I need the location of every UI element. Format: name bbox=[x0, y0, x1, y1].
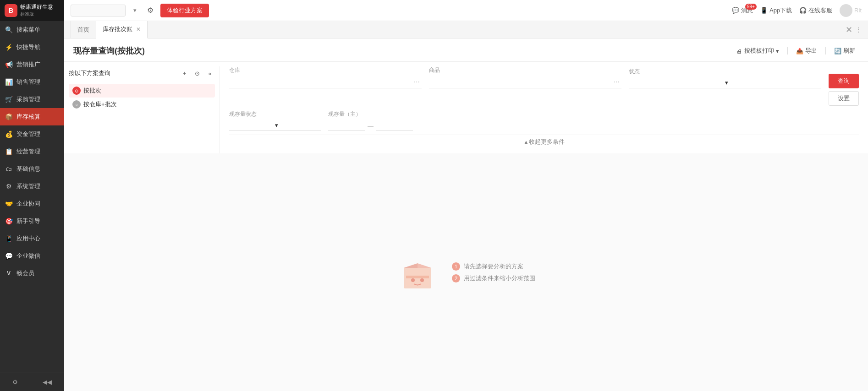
sidebar-item-operations[interactable]: 📋 经营管理 bbox=[0, 143, 64, 160]
sidebar-item-sales[interactable]: 📊 销售管理 bbox=[0, 73, 64, 91]
trial-btn[interactable]: 体验行业方案 bbox=[160, 4, 209, 17]
refresh-btn[interactable]: 🔄 刷新 bbox=[830, 45, 859, 57]
online-service-label: 在线客服 bbox=[808, 6, 832, 15]
sidebar-member-label: 畅会员 bbox=[16, 269, 34, 277]
tab-batch-account[interactable]: 库存批次账 ✕ bbox=[96, 21, 148, 38]
step-num-1: 1 bbox=[452, 262, 460, 271]
sidebar-item-wechat[interactable]: 💬 企业微信 bbox=[0, 247, 64, 265]
product-input-row[interactable]: ··· bbox=[429, 76, 621, 88]
right-filter: 仓库 ··· 商品 ··· bbox=[220, 66, 868, 153]
filter-group-warehouse: 仓库 ··· bbox=[229, 66, 422, 88]
sidebar-item-app-center[interactable]: 📱 应用中心 bbox=[0, 230, 64, 247]
sidebar-item-member[interactable]: V 畅会员 bbox=[0, 265, 64, 282]
left-panel-title: 按以下方案查询 bbox=[69, 69, 110, 77]
sidebar-search-label: 搜索菜单 bbox=[16, 26, 40, 34]
avatar bbox=[840, 4, 852, 17]
tabbar-expand-icon[interactable]: ⋮ bbox=[855, 26, 862, 33]
print-label: 按模板打印 bbox=[744, 47, 774, 55]
product-dots[interactable]: ··· bbox=[612, 78, 621, 86]
export-btn[interactable]: 📤 导出 bbox=[792, 45, 821, 57]
sidebar-item-inventory[interactable]: 📦 库存核算 bbox=[0, 108, 64, 125]
status-select[interactable]: ▾ bbox=[629, 77, 821, 88]
topbar-dropdown-btn[interactable]: ▾ bbox=[129, 5, 140, 16]
print-icon: 🖨 bbox=[736, 48, 742, 54]
messages-btn[interactable]: 💬 消息 99+ bbox=[732, 6, 753, 15]
sidebar-purchase-label: 采购管理 bbox=[16, 95, 40, 103]
topbar-gear-btn[interactable]: ⚙ bbox=[144, 4, 157, 17]
stock-main-max-input[interactable] bbox=[376, 120, 413, 131]
warehouse-input-row[interactable]: ··· bbox=[229, 76, 422, 88]
filter-row-2: 现存量状态 ▾ 现存量（主） — bbox=[229, 110, 859, 131]
tab-close-btn[interactable]: ✕ bbox=[136, 26, 141, 33]
empty-illustration bbox=[397, 252, 438, 293]
app-download-btn[interactable]: 📱 App下载 bbox=[760, 6, 792, 15]
svg-rect-4 bbox=[406, 276, 429, 278]
sidebar-enterprise-label: 企业协同 bbox=[16, 200, 40, 208]
print-dropdown-icon: ▾ bbox=[776, 48, 779, 54]
print-btn[interactable]: 🖨 按模板打印 ▾ bbox=[733, 45, 783, 57]
sidebar-item-search[interactable]: 🔍 搜索菜单 bbox=[0, 21, 64, 38]
operations-icon: 📋 bbox=[5, 147, 13, 156]
scheme-active-icon: ⊙ bbox=[75, 88, 78, 93]
online-service-btn[interactable]: 🎧 在线客服 bbox=[799, 6, 832, 15]
sales-icon: 📊 bbox=[5, 78, 13, 86]
sidebar-item-basics[interactable]: 🗂 基础信息 bbox=[0, 160, 64, 178]
refresh-label: 刷新 bbox=[843, 47, 855, 55]
newbie-icon: 🎯 bbox=[5, 217, 13, 225]
add-scheme-btn[interactable]: ＋ bbox=[179, 68, 189, 78]
refresh-icon: 🔄 bbox=[834, 48, 841, 54]
main-area: ▾ ⚙ 体验行业方案 💬 消息 99+ 📱 App下载 🎧 在线客服 bbox=[64, 0, 868, 391]
sidebar-item-enterprise[interactable]: 🤝 企业协同 bbox=[0, 195, 64, 212]
step-2-text: 用过滤条件来缩小分析范围 bbox=[464, 274, 535, 282]
sidebar-basics-label: 基础信息 bbox=[16, 165, 40, 173]
marketing-icon: 📢 bbox=[5, 60, 13, 69]
range-dash: — bbox=[368, 122, 374, 129]
settings-btn[interactable]: 设置 bbox=[829, 91, 859, 106]
stock-main-range: — bbox=[328, 120, 420, 131]
warehouse-dots[interactable]: ··· bbox=[412, 78, 422, 86]
sidebar-item-system[interactable]: ⚙ 系统管理 bbox=[0, 178, 64, 195]
sidebar-item-newbie[interactable]: 🎯 新手引导 bbox=[0, 212, 64, 230]
scheme-item-by-batch[interactable]: ⊙ 按批次 bbox=[69, 84, 215, 98]
app-center-icon: 📱 bbox=[5, 234, 13, 243]
topbar-search-input[interactable] bbox=[71, 5, 126, 16]
user-avatar-btn[interactable]: Rit bbox=[840, 4, 862, 17]
sidebar-settings-btn[interactable]: ⚙ bbox=[9, 377, 22, 387]
collapse-btn[interactable]: ▲ 收起更多条件 bbox=[229, 135, 859, 149]
status-arrow-icon: ▾ bbox=[725, 79, 821, 86]
collapse-arrow-icon: ▲ bbox=[523, 139, 529, 146]
inventory-icon: 📦 bbox=[5, 113, 13, 121]
scheme-dot-gray: ○ bbox=[72, 100, 81, 109]
tabbar-close-icon[interactable]: ✕ bbox=[846, 25, 852, 35]
svg-marker-1 bbox=[404, 263, 418, 268]
collapse-panel-btn[interactable]: « bbox=[205, 68, 215, 78]
stock-status-select[interactable]: ▾ bbox=[229, 120, 321, 131]
empty-step-2: 2 用过滤条件来缩小分析范围 bbox=[452, 274, 535, 282]
scheme-dot-red: ⊙ bbox=[72, 87, 81, 95]
sidebar-item-finance[interactable]: 💰 资金管理 bbox=[0, 125, 64, 143]
left-panel-actions: ＋ ⊙ « bbox=[179, 68, 215, 78]
enterprise-icon: 🤝 bbox=[5, 200, 13, 208]
divider-2 bbox=[825, 47, 826, 54]
sidebar-collapse-btn[interactable]: ◀◀ bbox=[39, 377, 55, 387]
tabbar: 首页 库存批次账 ✕ ✕ ⋮ bbox=[64, 21, 868, 38]
scheme-item-by-warehouse-batch[interactable]: ○ 按仓库+批次 bbox=[69, 98, 215, 111]
sidebar-quick-nav-label: 快捷导航 bbox=[16, 43, 40, 51]
tab-home[interactable]: 首页 bbox=[71, 21, 96, 38]
sidebar-inventory-label: 库存核算 bbox=[16, 113, 40, 121]
stock-status-arrow-icon: ▾ bbox=[275, 122, 321, 129]
sidebar-item-purchase[interactable]: 🛒 采购管理 bbox=[0, 91, 64, 108]
empty-state: 1 请先选择要分析的方案 2 用过滤条件来缩小分析范围 bbox=[64, 153, 868, 391]
product-input[interactable] bbox=[429, 79, 612, 86]
tab-batch-account-label: 库存批次账 bbox=[103, 25, 132, 33]
query-btn[interactable]: 查询 bbox=[829, 74, 859, 88]
scheme-settings-btn[interactable]: ⊙ bbox=[192, 68, 202, 78]
warehouse-input[interactable] bbox=[229, 79, 412, 86]
stock-main-min-input[interactable] bbox=[328, 120, 365, 131]
sidebar-item-marketing[interactable]: 📢 营销推广 bbox=[0, 56, 64, 73]
phone-icon: 📱 bbox=[760, 7, 768, 14]
sidebar-item-quick-nav[interactable]: ⚡ 快捷导航 bbox=[0, 38, 64, 56]
divider-1 bbox=[787, 47, 788, 54]
content-area: 现存量查询(按批次) 🖨 按模板打印 ▾ 📤 导出 🔄 刷新 bbox=[64, 38, 868, 391]
message-icon: 💬 bbox=[732, 7, 739, 14]
